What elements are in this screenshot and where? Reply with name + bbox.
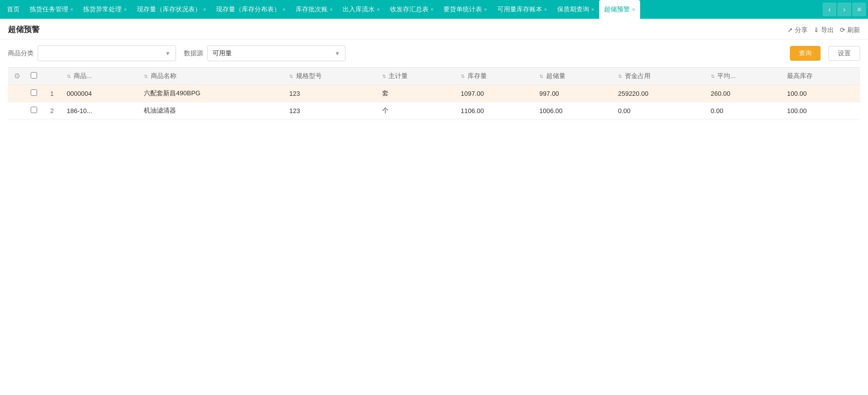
col-spec[interactable]: 规格型号: [284, 68, 377, 85]
cell-spec: 123: [284, 102, 377, 119]
gear-icon[interactable]: ⚙: [14, 72, 20, 80]
header-actions: ➚ 分享 ⇓ 导出 ⟳ 刷新: [787, 26, 860, 35]
category-filter-group: 商品分类 ▼: [8, 45, 176, 61]
export-icon: ⇓: [814, 26, 819, 34]
row-gear-cell: [8, 102, 26, 119]
chevron-down-icon-2: ▼: [335, 50, 340, 56]
nav-item-6[interactable]: 出入库流水 ×: [338, 0, 385, 19]
cell-capital-used: 0.00: [613, 102, 706, 119]
category-label: 商品分类: [8, 49, 34, 58]
select-all-checkbox[interactable]: [31, 72, 37, 79]
row-gear-cell: [8, 85, 26, 102]
datasource-label: 数据源: [184, 49, 203, 58]
row-checkbox-1[interactable]: [31, 107, 37, 113]
nav-more-btn[interactable]: ≡: [852, 2, 866, 16]
query-button[interactable]: 查询: [790, 46, 821, 61]
nav-item-1[interactable]: 拣货任务管理 ×: [25, 0, 78, 19]
chevron-down-icon: ▼: [165, 50, 171, 56]
datasource-select[interactable]: 可用量 ▼: [207, 45, 346, 61]
table-row: 2 186-10... 机油滤清器 123 个 1106.00 1006.00 …: [8, 102, 860, 119]
cell-stock: 1106.00: [456, 102, 534, 119]
cell-product-code: 186-10...: [62, 102, 139, 119]
table-container: ⚙ 商品... 商品名称 规格型号 主计量: [0, 67, 868, 119]
table-header-row: ⚙ 商品... 商品名称 规格型号 主计量: [8, 68, 860, 85]
page-title: 超储预警: [8, 25, 40, 35]
nav-item-4[interactable]: 现存量（库存分布表） ×: [211, 0, 290, 19]
row-num: 1: [42, 85, 62, 102]
nav-item-2[interactable]: 拣货异常处理 ×: [78, 0, 131, 19]
cell-avg: 0.00: [706, 102, 782, 119]
col-over-stock[interactable]: 超储量: [534, 68, 613, 85]
nav-next-btn[interactable]: ›: [837, 2, 851, 16]
cell-over-stock: 1006.00: [534, 102, 613, 119]
nav-prev-btn[interactable]: ‹: [823, 2, 836, 16]
close-tab-5[interactable]: ×: [330, 6, 333, 12]
checkbox-header: [26, 68, 42, 85]
cell-unit: 个: [377, 102, 456, 119]
close-tab-3[interactable]: ×: [203, 6, 206, 12]
filter-bar: 商品分类 ▼ 数据源 可用量 ▼ 查询 设置: [0, 40, 868, 67]
nav-item-7[interactable]: 收发存汇总表 ×: [385, 0, 438, 19]
row-num: 2: [42, 102, 62, 119]
cell-unit: 套: [377, 85, 456, 102]
nav-item-11-active[interactable]: 超储预警 ×: [599, 0, 640, 19]
cell-spec: 123: [284, 85, 377, 102]
col-max-stock: 最高库存: [782, 68, 860, 85]
datasource-select-value: 可用量: [213, 49, 232, 58]
nav-item-home[interactable]: 首页: [2, 0, 25, 19]
close-tab-7[interactable]: ×: [431, 6, 434, 12]
settings-button[interactable]: 设置: [828, 46, 860, 61]
rownum-header: [42, 68, 62, 85]
close-tab-9[interactable]: ×: [544, 6, 547, 12]
col-unit[interactable]: 主计量: [377, 68, 456, 85]
nav-item-5[interactable]: 库存批次账 ×: [291, 0, 338, 19]
refresh-icon: ⟳: [840, 26, 845, 34]
share-button[interactable]: ➚ 分享: [787, 26, 808, 35]
close-tab-6[interactable]: ×: [377, 6, 380, 12]
export-button[interactable]: ⇓ 导出: [814, 26, 834, 35]
nav-item-8[interactable]: 要货单统计表 ×: [438, 0, 492, 19]
close-tab-2[interactable]: ×: [124, 6, 127, 12]
col-product-name[interactable]: 商品名称: [139, 68, 284, 85]
close-tab-1[interactable]: ×: [70, 6, 73, 12]
close-tab-8[interactable]: ×: [484, 6, 487, 12]
row-checkbox-0[interactable]: [31, 89, 37, 96]
close-tab-11[interactable]: ×: [632, 6, 635, 12]
close-tab-10[interactable]: ×: [591, 6, 594, 12]
col-stock[interactable]: 库存量: [456, 68, 534, 85]
cell-capital-used: 259220.00: [613, 85, 706, 102]
category-select[interactable]: ▼: [38, 45, 176, 61]
col-capital-used[interactable]: 资金占用: [613, 68, 706, 85]
cell-max-stock: 100.00: [782, 102, 860, 119]
col-product-code[interactable]: 商品...: [62, 68, 139, 85]
data-table: ⚙ 商品... 商品名称 规格型号 主计量: [8, 67, 860, 119]
close-tab-4[interactable]: ×: [282, 6, 285, 12]
cell-product-code: 0000004: [62, 85, 139, 102]
datasource-filter-group: 数据源 可用量 ▼: [184, 45, 346, 61]
nav-item-9[interactable]: 可用量库存账本 ×: [492, 0, 552, 19]
cell-stock: 1097.00: [456, 85, 534, 102]
page-header: 超储预警 ➚ 分享 ⇓ 导出 ⟳ 刷新: [0, 19, 868, 40]
refresh-button[interactable]: ⟳ 刷新: [840, 26, 860, 35]
cell-over-stock: 997.00: [534, 85, 613, 102]
nav-item-3[interactable]: 现存量（库存状况表） ×: [132, 0, 211, 19]
row-checkbox-cell[interactable]: [26, 85, 42, 102]
row-checkbox-cell[interactable]: [26, 102, 42, 119]
nav-item-10[interactable]: 保质期查询 ×: [552, 0, 599, 19]
cell-max-stock: 100.00: [782, 85, 860, 102]
cell-product-name: 机油滤清器: [139, 102, 284, 119]
table-row: 1 0000004 六配套新昌490BPG 123 套 1097.00 997.…: [8, 85, 860, 102]
cell-product-name: 六配套新昌490BPG: [139, 85, 284, 102]
share-icon: ➚: [787, 26, 793, 34]
gear-header: ⚙: [8, 68, 26, 85]
cell-avg: 260.00: [706, 85, 782, 102]
col-avg[interactable]: 平均...: [706, 68, 782, 85]
nav-arrows: ‹ › ≡: [822, 2, 866, 16]
top-navigation: 首页 拣货任务管理 × 拣货异常处理 × 现存量（库存状况表） × 现存量（库存…: [0, 0, 868, 19]
